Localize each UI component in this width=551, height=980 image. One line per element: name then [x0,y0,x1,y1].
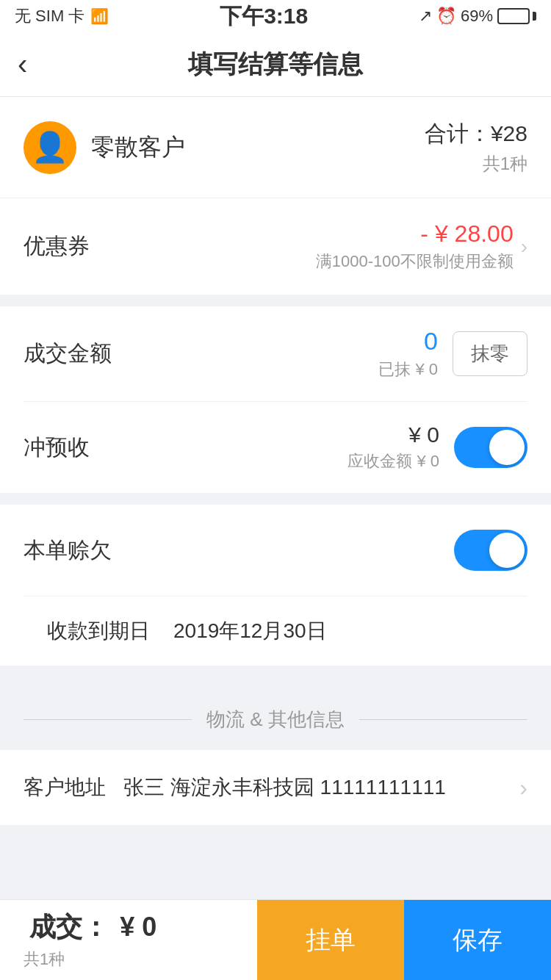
battery-icon [497,8,536,24]
deal-amount-section: 成交金额 0 已抹 ¥ 0 抹零 冲预收 ¥ 0 应收金额 ¥ 0 [0,306,551,493]
no-sim-text: 无 SIM 卡 [15,5,84,27]
prepay-label: 冲预收 [24,433,90,463]
status-right: ↗ ⏰ 69% [419,7,536,26]
coupon-right: - ¥ 28.00 满1000-100不限制使用金额 › [316,220,527,273]
deal-amount-sub: 已抹 ¥ 0 [378,359,438,381]
prepay-toggle[interactable] [454,427,527,468]
round-zero-button[interactable]: 抹零 [453,331,527,376]
coupon-row[interactable]: 优惠券 - ¥ 28.00 满1000-100不限制使用金额 › [0,198,551,295]
total-count: 共1种 [425,152,527,176]
save-button[interactable]: 保存 [404,900,551,981]
customer-right: 合计：¥28 共1种 [425,119,527,176]
avatar-icon: 👤 [32,130,68,165]
logistics-lines: 物流 & 其他信息 [24,707,527,732]
due-date-label: 收款到期日 [47,617,150,645]
address-chevron-icon: › [519,774,527,801]
logistics-line-left [24,719,192,720]
coupon-discount: - ¥ 28.00 [316,220,514,248]
debt-toggle[interactable] [454,530,527,571]
back-button[interactable]: ‹ [18,48,27,81]
due-date-value: 2019年12月30日 [173,617,327,645]
address-value: 张三 海淀永丰科技园 11111111111 [123,774,446,801]
avatar: 👤 [24,121,76,174]
debt-row: 本单赊欠 [24,505,527,596]
deal-amount-value: 0 [378,327,438,356]
alarm-icon: ⏰ [436,7,456,26]
address-left: 客户地址 张三 海淀永丰科技园 11111111111 [24,774,446,801]
status-time: 下午3:18 [220,1,308,32]
logistics-header: 物流 & 其他信息 [0,689,551,750]
deal-amount-row: 成交金额 0 已抹 ¥ 0 抹零 [24,306,527,402]
prepay-sub: 应收金额 ¥ 0 [347,450,439,472]
nav-bar: ‹ 填写结算等信息 [0,32,551,97]
address-row[interactable]: 客户地址 张三 海淀永丰科技园 11111111111 › [0,750,551,825]
customer-row: 👤 零散客户 合计：¥28 共1种 [0,97,551,198]
bottom-deal-label: 成交： [29,912,109,942]
bottom-deal-amount: ¥ 0 [120,912,156,942]
prepay-row: 冲预收 ¥ 0 应收金额 ¥ 0 [24,402,527,493]
debt-toggle-knob [489,533,525,568]
bottom-count: 共1种 [24,948,257,970]
customer-left: 👤 零散客户 [24,121,185,174]
deal-amount-values: 0 已抹 ¥ 0 [378,327,438,381]
status-bar: 无 SIM 卡 📶 下午3:18 ↗ ⏰ 69% [0,0,551,32]
logistics-line-right [359,719,527,720]
coupon-desc: 满1000-100不限制使用金额 [316,251,514,273]
bottom-deal-row: 成交： ¥ 0 [24,909,257,945]
logistics-label: 物流 & 其他信息 [206,707,345,732]
coupon-label: 优惠券 [24,231,90,262]
coupon-values: - ¥ 28.00 满1000-100不限制使用金额 [316,220,514,273]
address-label: 客户地址 [24,774,106,801]
deal-amount-label: 成交金额 [24,339,112,369]
hang-order-button[interactable]: 挂单 [257,900,404,981]
deal-amount-right: 0 已抹 ¥ 0 抹零 [378,327,527,381]
location-icon: ↗ [419,7,432,26]
total-amount: 合计：¥28 [425,119,527,149]
bottom-summary: 成交： ¥ 0 共1种 [0,909,257,970]
divider [0,677,551,689]
debt-label: 本单赊欠 [24,536,112,566]
due-date-row: 收款到期日 2019年12月30日 [24,596,527,666]
wifi-icon: 📶 [90,7,109,25]
debt-section: 本单赊欠 收款到期日 2019年12月30日 [0,505,551,666]
status-left: 无 SIM 卡 📶 [15,5,109,27]
customer-name: 零散客户 [91,131,185,164]
toggle-knob [489,430,525,465]
prepay-values: ¥ 0 应收金额 ¥ 0 [347,422,439,472]
prepay-amount: ¥ 0 [347,422,439,447]
page-title: 填写结算等信息 [188,48,363,82]
chevron-right-icon: › [521,235,527,259]
battery-percent: 69% [461,7,493,26]
prepay-right: ¥ 0 应收金额 ¥ 0 [347,422,527,472]
bottom-bar: 成交： ¥ 0 共1种 挂单 保存 [0,899,551,980]
customer-section: 👤 零散客户 合计：¥28 共1种 优惠券 - ¥ 28.00 满1000-10… [0,97,551,295]
